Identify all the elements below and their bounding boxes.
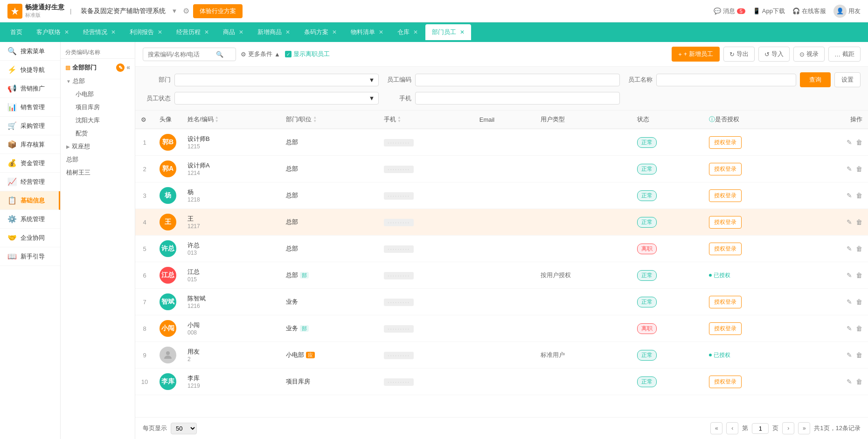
dept-group-shuangzuo[interactable]: ▶ 双座想 — [61, 140, 135, 153]
empstatus-select[interactable]: ▼ — [174, 92, 379, 105]
message-item[interactable]: 💬 消息 5 — [714, 7, 745, 15]
delete-icon[interactable]: 🗑 — [856, 218, 862, 226]
edit-icon[interactable]: ✎ — [847, 165, 852, 173]
delete-icon[interactable]: 🗑 — [856, 351, 862, 359]
nav-item-history[interactable]: 经营历程 ✕ — [170, 24, 215, 40]
dropdown-arrow[interactable]: ▼ — [171, 7, 177, 14]
left-nav-item-basic[interactable]: 📋 基础信息 — [0, 191, 60, 210]
th-name[interactable]: 姓名/编码 ▲ ▼ — [182, 111, 280, 129]
nav-barcode-close[interactable]: ✕ — [332, 29, 337, 35]
per-page-select[interactable]: 50 100 200 — [171, 423, 197, 434]
edit-icon[interactable]: ✎ — [847, 351, 852, 359]
left-nav-item-inventory[interactable]: 📦 库存核算 — [0, 135, 60, 154]
page-input[interactable] — [752, 423, 769, 434]
left-nav-item-guide[interactable]: 📖 新手引导 — [0, 247, 60, 266]
delete-icon[interactable]: 🗑 — [856, 272, 862, 279]
auth-login-btn[interactable]: 授权登录 — [709, 376, 742, 388]
nav-goods-close[interactable]: ✕ — [239, 29, 243, 35]
nav-item-warehouse[interactable]: 仓库 ✕ — [391, 24, 424, 40]
nav-item-home[interactable]: 首页 — [4, 24, 29, 40]
phone-input[interactable] — [415, 92, 619, 105]
delete-icon[interactable]: 🗑 — [856, 165, 862, 173]
add-employee-btn[interactable]: + + 新增员工 — [672, 47, 720, 62]
dept-item-xiangmu[interactable]: 项目库房 — [61, 101, 135, 114]
nav-history-close[interactable]: ✕ — [204, 29, 209, 35]
dept-edit-btn[interactable]: ✎ — [116, 63, 125, 72]
edit-icon[interactable]: ✎ — [847, 192, 852, 199]
nav-item-customer[interactable]: 客户联络 ✕ — [30, 24, 76, 40]
first-page-btn[interactable]: « — [710, 422, 722, 434]
more-btn[interactable]: … 截距 — [828, 47, 861, 62]
th-settings[interactable]: ⚙ — [135, 111, 154, 129]
delete-icon[interactable]: 🗑 — [856, 139, 862, 146]
experience-btn[interactable]: 体验行业方案 — [193, 4, 243, 18]
dept-item-shenyang[interactable]: 沈阳大库 — [61, 114, 135, 127]
auth-login-btn[interactable]: 授权登录 — [709, 163, 742, 175]
delete-icon[interactable]: 🗑 — [856, 245, 862, 252]
delete-icon[interactable]: 🗑 — [856, 325, 862, 332]
search-btn[interactable]: 查询 — [800, 72, 831, 87]
nav-profit-close[interactable]: ✕ — [158, 29, 162, 35]
last-page-btn[interactable]: » — [798, 422, 810, 434]
nav-warehouse-close[interactable]: ✕ — [413, 29, 418, 35]
auth-login-btn[interactable]: 授权登录 — [709, 136, 742, 149]
online-service-item[interactable]: 🎧 在线客服 — [792, 7, 826, 15]
dept-group-zongbu2[interactable]: 总部 — [61, 153, 135, 166]
nav-item-profit[interactable]: 利润报告 ✕ — [123, 24, 169, 40]
empcode-input[interactable] — [415, 74, 619, 86]
th-phone[interactable]: 手机 ▲ ▼ — [378, 111, 474, 129]
search-input[interactable] — [148, 51, 213, 58]
edit-icon[interactable]: ✎ — [847, 272, 852, 279]
empname-input[interactable] — [656, 74, 796, 86]
search-icon[interactable]: 🔍 — [216, 51, 223, 58]
nav-operation-close[interactable]: ✕ — [111, 29, 116, 35]
dept-group-zongbu[interactable]: ▼ 总部 — [61, 75, 135, 88]
edit-icon[interactable]: ✎ — [847, 298, 852, 306]
export-btn[interactable]: ↻ 导出 — [723, 47, 755, 62]
left-nav-item-marketing[interactable]: 📢 营销推广 — [0, 79, 60, 98]
auth-login-btn[interactable]: 授权登录 — [709, 216, 742, 229]
left-nav-item-search[interactable]: 🔍 搜索菜单 — [0, 42, 60, 61]
auth-login-btn[interactable]: 授权登录 — [709, 189, 742, 202]
th-dept[interactable]: 部门/职位 ▲ ▼ — [280, 111, 379, 129]
nav-new-goods-close[interactable]: ✕ — [285, 29, 290, 35]
edit-icon[interactable]: ✎ — [847, 378, 852, 385]
nav-item-bom[interactable]: 物料清单 ✕ — [344, 24, 390, 40]
app-download-item[interactable]: 📱 App下载 — [753, 7, 785, 15]
left-nav-item-mgmt[interactable]: 📈 经营管理 — [0, 173, 60, 191]
show-resigned-checkbox[interactable]: ✓ 显示离职员工 — [285, 50, 330, 58]
reset-btn[interactable]: 设置 — [834, 72, 861, 87]
nav-bom-close[interactable]: ✕ — [379, 29, 383, 35]
edit-icon[interactable]: ✎ — [847, 245, 852, 252]
settings-icon[interactable]: ⚙ — [183, 7, 189, 15]
delete-icon[interactable]: 🗑 — [856, 298, 862, 306]
dept-item-peihuo[interactable]: 配货 — [61, 127, 135, 140]
next-page-btn[interactable]: › — [782, 422, 794, 434]
nav-item-dept[interactable]: 部门员工 ✕ — [425, 24, 471, 40]
nav-customer-close[interactable]: ✕ — [64, 29, 69, 35]
auth-login-btn[interactable]: 授权登录 — [709, 243, 742, 255]
dept-header[interactable]: ⊞ 全部部门 ✎ « — [61, 61, 135, 75]
nav-item-operation[interactable]: 经营情况 ✕ — [76, 24, 122, 40]
more-filter-btn[interactable]: ⚙ 更多条件 ▲ — [241, 50, 280, 58]
info-icon[interactable]: ⓘ — [709, 116, 715, 123]
dept-collapse-btn[interactable]: « — [126, 63, 130, 72]
view-btn[interactable]: ⊙ 视录 — [793, 47, 825, 62]
nav-item-barcode[interactable]: 条码方案 ✕ — [298, 24, 343, 40]
auth-login-btn[interactable]: 授权登录 — [709, 322, 742, 335]
edit-icon[interactable]: ✎ — [847, 325, 852, 332]
left-nav-item-sales[interactable]: 📊 销售管理 — [0, 98, 60, 117]
left-nav-item-collab[interactable]: 🤝 企业协同 — [0, 229, 60, 247]
left-nav-item-system[interactable]: ⚙️ 系统管理 — [0, 210, 60, 229]
import-btn[interactable]: ↺ 导入 — [758, 47, 790, 62]
nav-dept-close[interactable]: ✕ — [460, 29, 465, 35]
auth-login-btn[interactable]: 授权登录 — [709, 296, 742, 308]
left-nav-item-purchase[interactable]: 🛒 采购管理 — [0, 117, 60, 135]
nav-item-goods[interactable]: 商品 ✕ — [216, 24, 250, 40]
dept-item-xiaodian[interactable]: 小电部 — [61, 88, 135, 101]
delete-icon[interactable]: 🗑 — [856, 192, 862, 199]
dept-search-input[interactable] — [65, 49, 135, 56]
user-item[interactable]: 👤 用友 — [833, 5, 861, 18]
left-nav-item-finance[interactable]: 💰 资金管理 — [0, 154, 60, 173]
left-nav-item-shortcut[interactable]: ⚡ 快捷导航 — [0, 61, 60, 79]
